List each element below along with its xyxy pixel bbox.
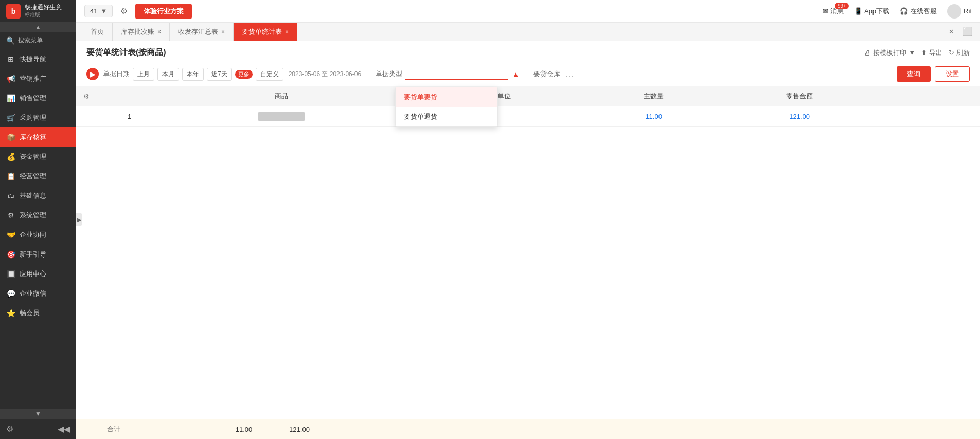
close-all-tabs-button[interactable]: × bbox=[945, 26, 957, 38]
sidebar-item-member[interactable]: ⭐ 畅会员 bbox=[0, 303, 76, 323]
message-action[interactable]: ✉ 消息 99+ bbox=[823, 7, 844, 16]
tab-order-summary[interactable]: 要货单统计表× bbox=[234, 23, 297, 41]
nav-icon-corp-wechat: 💬 bbox=[6, 289, 15, 298]
sidebar-item-marketing[interactable]: 📢 营销推广 bbox=[0, 69, 76, 88]
nav-label-guide: 新手引导 bbox=[20, 250, 46, 259]
export-label: 导出 bbox=[929, 48, 942, 58]
sidebar-item-finance[interactable]: 💰 资金管理 bbox=[0, 147, 76, 167]
tab-home[interactable]: 首页 bbox=[82, 23, 113, 41]
nav-icon-app-center: 🔲 bbox=[6, 269, 15, 279]
restore-tab-button[interactable]: ⬜ bbox=[961, 26, 974, 38]
title-actions: 🖨 按模板打印 ▼ ⬆ 导出 ↻ 刷新 bbox=[864, 48, 970, 58]
date-more-badge[interactable]: 更多 bbox=[235, 70, 253, 79]
store-selector[interactable]: 41 ▼ bbox=[84, 5, 113, 17]
sidebar-item-system[interactable]: ⚙ 系统管理 bbox=[0, 206, 76, 225]
type-filter-input[interactable] bbox=[405, 69, 508, 80]
col-index-header bbox=[97, 86, 162, 106]
sidebar-item-guide[interactable]: 🎯 新手引导 bbox=[0, 245, 76, 264]
tab-batch-account[interactable]: 库存批次账× bbox=[113, 23, 170, 41]
col-product-header: 商品 bbox=[162, 86, 401, 106]
app-download-icon: 📱 bbox=[854, 7, 862, 15]
date-last-month-btn[interactable]: 上月 bbox=[133, 68, 154, 81]
nav-label-member: 畅会员 bbox=[20, 308, 40, 318]
table-footer: 合计 11.00 121.00 bbox=[76, 419, 980, 439]
print-icon: 🖨 bbox=[864, 49, 871, 57]
date-custom-btn[interactable]: 自定义 bbox=[256, 68, 283, 81]
refresh-label: 刷新 bbox=[956, 48, 970, 58]
table-container: ⚙ 商品 主计量单位 主数量 零售金额 1 ████████ bbox=[76, 86, 980, 419]
trial-button[interactable]: 体验行业方案 bbox=[135, 4, 192, 19]
nav-label-system: 系统管理 bbox=[20, 211, 46, 220]
nav-icon-system: ⚙ bbox=[6, 211, 15, 220]
col-settings-header[interactable]: ⚙ bbox=[76, 86, 97, 106]
sidebar-item-corp-wechat[interactable]: 💬 企业微信 bbox=[0, 284, 76, 303]
warehouse-more-icon[interactable]: … bbox=[565, 69, 574, 79]
nav-label-operations: 经营管理 bbox=[20, 172, 46, 181]
nav-icon-member: ⭐ bbox=[6, 308, 15, 318]
page-title: 要货单统计表(按商品) bbox=[86, 47, 166, 58]
table-row: 1 ████████ 块 11.00 121.00 bbox=[76, 106, 980, 127]
tab-close-receive-summary[interactable]: × bbox=[221, 28, 225, 35]
nav-icon-inventory: 📦 bbox=[6, 133, 15, 142]
nav-icon-basic: 🗂 bbox=[6, 191, 15, 200]
chevron-up-icon bbox=[35, 24, 41, 31]
sidebar-scroll-up[interactable] bbox=[0, 23, 76, 32]
app-download-label: App下载 bbox=[864, 7, 889, 16]
nav-label-finance: 资金管理 bbox=[20, 152, 46, 161]
sidebar-item-sales[interactable]: 📊 销售管理 bbox=[0, 88, 76, 108]
nav-icon-sales: 📊 bbox=[6, 94, 15, 103]
collapse-sidebar-icon[interactable]: ◀◀ bbox=[58, 424, 70, 434]
print-label: 按模板打印 bbox=[873, 48, 906, 58]
nav-icon-operations: 📋 bbox=[6, 172, 15, 181]
headset-icon: 🎧 bbox=[900, 7, 908, 15]
tab-close-order-summary[interactable]: × bbox=[285, 28, 289, 35]
sidebar-scroll-down[interactable] bbox=[0, 409, 76, 418]
sidebar-item-quick-nav[interactable]: ⊞ 快捷导航 bbox=[0, 49, 76, 69]
sidebar-item-operations[interactable]: 📋 经营管理 bbox=[0, 167, 76, 186]
nav-label-marketing: 营销推广 bbox=[20, 74, 46, 83]
sidebar-item-basic[interactable]: 🗂 基础信息 bbox=[0, 186, 76, 206]
user-profile[interactable]: Rit bbox=[947, 4, 972, 19]
cell-product-0: ████████ bbox=[162, 106, 401, 127]
user-name: Rit bbox=[964, 7, 972, 15]
header-gear-button[interactable]: ⚙ bbox=[117, 4, 131, 19]
warehouse-filter-label: 要货仓库 bbox=[533, 69, 560, 79]
type-dropdown-chevron[interactable]: ▲ bbox=[512, 70, 519, 78]
sidebar-item-inventory[interactable]: 📦 库存核算 bbox=[0, 127, 76, 147]
app-download-action[interactable]: 📱 App下载 bbox=[854, 7, 889, 16]
sidebar-nav: ⊞ 快捷导航 📢 营销推广 📊 销售管理 🛒 采购管理 📦 库存核算 💰 资金管… bbox=[0, 49, 76, 409]
print-button[interactable]: 🖨 按模板打印 ▼ bbox=[864, 48, 915, 58]
dropdown-item-order-goods[interactable]: 要货单要货 bbox=[396, 87, 497, 107]
tab-close-batch-account[interactable]: × bbox=[157, 28, 161, 35]
tab-label-batch-account: 库存批次账 bbox=[121, 27, 154, 36]
date-last-7days-btn[interactable]: 近7天 bbox=[207, 68, 232, 81]
sidebar-collapse-arrow[interactable]: ▶ bbox=[76, 213, 82, 226]
date-this-year-btn[interactable]: 本年 bbox=[182, 68, 204, 81]
sidebar-search[interactable]: 🔍 搜索菜单 bbox=[0, 32, 76, 49]
tab-receive-summary[interactable]: 收发存汇总表× bbox=[170, 23, 234, 41]
online-service-label: 在线客服 bbox=[910, 7, 937, 16]
online-service-action[interactable]: 🎧 在线客服 bbox=[900, 7, 937, 16]
export-button[interactable]: ⬆ 导出 bbox=[921, 48, 942, 58]
sidebar: b 畅捷通好生意 标准版 🔍 搜索菜单 ⊞ 快捷导航 📢 营销推广 📊 销售管理… bbox=[0, 0, 76, 439]
refresh-button[interactable]: ↻ 刷新 bbox=[949, 48, 970, 58]
nav-icon-quick-nav: ⊞ bbox=[6, 54, 15, 64]
brand-name: 畅捷通好生意 bbox=[25, 4, 62, 12]
filter-settings-button[interactable]: 设置 bbox=[935, 66, 970, 82]
logo: b 畅捷通好生意 标准版 bbox=[0, 0, 76, 23]
tabs-left: 首页库存批次账×收发存汇总表×要货单统计表× bbox=[82, 23, 297, 41]
date-this-month-btn[interactable]: 本月 bbox=[157, 68, 179, 81]
nav-label-basic: 基础信息 bbox=[20, 191, 46, 200]
sidebar-item-app-center[interactable]: 🔲 应用中心 bbox=[0, 264, 76, 284]
nav-label-cooperation: 企业协同 bbox=[20, 230, 46, 240]
sidebar-item-cooperation[interactable]: 🤝 企业协同 bbox=[0, 225, 76, 245]
dropdown-item-order-return[interactable]: 要货单退货 bbox=[396, 107, 497, 126]
refresh-icon: ↻ bbox=[949, 49, 954, 57]
filter-expand-button[interactable]: ▶ bbox=[86, 68, 99, 80]
main-area: 41 ▼ ⚙ 体验行业方案 ✉ 消息 99+ 📱 App下载 🎧 在线客服 R bbox=[76, 0, 980, 439]
query-button[interactable]: 查询 bbox=[897, 66, 931, 82]
settings-gear-icon[interactable]: ⚙ bbox=[6, 424, 13, 434]
col-amount-header: 零售金额 bbox=[720, 86, 879, 106]
sidebar-item-purchase[interactable]: 🛒 采购管理 bbox=[0, 108, 76, 127]
type-filter-group: 单据类型 ▲ bbox=[376, 69, 519, 80]
